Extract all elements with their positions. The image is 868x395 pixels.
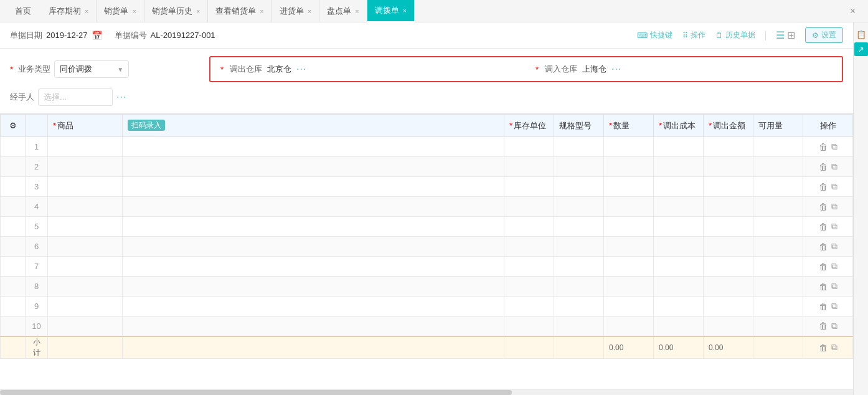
goods-cell[interactable] bbox=[48, 157, 123, 177]
goods-cell[interactable] bbox=[48, 297, 123, 316]
tab-inventory-init[interactable]: 库存期初 × bbox=[41, 0, 97, 22]
tab-sales-order[interactable]: 销货单 × bbox=[97, 0, 144, 22]
tab-close-icon[interactable]: × bbox=[308, 7, 311, 15]
qty-cell[interactable] bbox=[604, 316, 654, 336]
goods-cell[interactable] bbox=[48, 316, 123, 336]
qty-cell[interactable]: 0.00 bbox=[604, 336, 654, 359]
grid-view-icon[interactable]: ⊞ bbox=[787, 29, 795, 41]
col-settings-header[interactable]: ⚙ bbox=[1, 115, 26, 137]
amount-cell[interactable] bbox=[704, 277, 753, 297]
qty-cell[interactable] bbox=[604, 277, 654, 297]
copy-icon[interactable]: ⧉ bbox=[831, 342, 837, 353]
goods-cell[interactable] bbox=[48, 277, 123, 297]
cost-cell[interactable] bbox=[654, 137, 704, 157]
sidebar-export-icon[interactable]: ↗ bbox=[854, 42, 868, 56]
qty-cell[interactable] bbox=[604, 257, 654, 277]
cost-cell[interactable] bbox=[654, 217, 704, 237]
history-button[interactable]: 🗒 历史单据 bbox=[715, 30, 755, 40]
delete-icon[interactable]: 🗑 bbox=[819, 282, 828, 292]
delete-icon[interactable]: 🗑 bbox=[819, 142, 828, 152]
delete-icon[interactable]: 🗑 bbox=[819, 242, 828, 252]
cost-cell[interactable] bbox=[654, 316, 704, 336]
calendar-icon[interactable]: 📅 bbox=[92, 31, 102, 40]
copy-icon[interactable]: ⧉ bbox=[831, 161, 837, 172]
qty-cell[interactable] bbox=[604, 197, 654, 217]
amount-cell[interactable] bbox=[704, 177, 753, 197]
col-scan-header[interactable]: 扫码录入 bbox=[123, 115, 504, 137]
cost-cell[interactable] bbox=[654, 237, 704, 257]
amount-cell[interactable] bbox=[704, 257, 753, 277]
settings-button[interactable]: ⚙ 设置 bbox=[805, 27, 843, 43]
handler-select[interactable]: 选择... bbox=[38, 88, 113, 106]
goods-cell[interactable] bbox=[48, 257, 123, 277]
goods-cell[interactable] bbox=[48, 197, 123, 217]
amount-cell[interactable] bbox=[704, 137, 753, 157]
copy-icon[interactable]: ⧉ bbox=[831, 241, 837, 252]
delete-icon[interactable]: 🗑 bbox=[819, 321, 828, 331]
delete-icon[interactable]: 🗑 bbox=[819, 202, 828, 212]
tab-sales-history[interactable]: 销货单历史 × bbox=[144, 0, 208, 22]
qty-cell[interactable] bbox=[604, 297, 654, 316]
goods-cell[interactable] bbox=[48, 137, 123, 157]
qty-cell[interactable] bbox=[604, 177, 654, 197]
tab-close-icon[interactable]: × bbox=[260, 7, 263, 15]
tab-home[interactable]: 首页 bbox=[5, 0, 41, 22]
goods-cell[interactable] bbox=[48, 177, 123, 197]
amount-cell[interactable] bbox=[704, 237, 753, 257]
copy-icon[interactable]: ⧉ bbox=[831, 261, 837, 272]
amount-cell[interactable] bbox=[704, 217, 753, 237]
copy-icon[interactable]: ⧉ bbox=[831, 201, 837, 212]
copy-icon[interactable]: ⧉ bbox=[831, 181, 837, 192]
qty-cell[interactable] bbox=[604, 237, 654, 257]
amount-cell[interactable]: 0.00 bbox=[704, 336, 753, 359]
shortcut-button[interactable]: ⌨ 快捷键 bbox=[637, 30, 672, 40]
delete-icon[interactable]: 🗑 bbox=[819, 302, 828, 312]
delete-icon[interactable]: 🗑 bbox=[819, 222, 828, 232]
handler-more-icon[interactable]: ··· bbox=[116, 92, 126, 103]
copy-icon[interactable]: ⧉ bbox=[831, 301, 837, 312]
amount-cell[interactable] bbox=[704, 197, 753, 217]
list-view-icon[interactable]: ☰ bbox=[776, 29, 785, 41]
amount-cell[interactable] bbox=[704, 297, 753, 316]
qty-cell[interactable] bbox=[604, 157, 654, 177]
copy-icon[interactable]: ⧉ bbox=[831, 321, 837, 331]
delete-icon[interactable]: 🗑 bbox=[819, 343, 828, 353]
in-warehouse-more-icon[interactable]: ··· bbox=[611, 64, 621, 75]
business-type-select[interactable]: 同价调拨 ▼ bbox=[54, 60, 129, 78]
cost-cell[interactable] bbox=[654, 277, 704, 297]
scan-button[interactable]: 扫码录入 bbox=[128, 120, 165, 131]
tab-close-icon[interactable]: × bbox=[196, 7, 200, 15]
sidebar-notes-icon[interactable]: 📋 bbox=[854, 27, 868, 41]
horizontal-scrollbar[interactable] bbox=[0, 389, 853, 395]
cost-cell[interactable] bbox=[654, 157, 704, 177]
cost-cell[interactable] bbox=[654, 197, 704, 217]
copy-icon[interactable]: ⧉ bbox=[831, 221, 837, 232]
tab-close-icon[interactable]: × bbox=[403, 7, 407, 14]
cost-cell[interactable]: 0.00 bbox=[654, 336, 704, 359]
amount-cell[interactable] bbox=[704, 157, 753, 177]
goods-cell[interactable] bbox=[48, 336, 123, 359]
qty-cell[interactable] bbox=[604, 217, 654, 237]
copy-icon[interactable]: ⧉ bbox=[831, 281, 837, 292]
copy-icon[interactable]: ⧉ bbox=[831, 141, 837, 152]
amount-cell[interactable] bbox=[704, 316, 753, 336]
cost-cell[interactable] bbox=[654, 257, 704, 277]
delete-icon[interactable]: 🗑 bbox=[819, 182, 828, 192]
tab-transfer-order[interactable]: 调拨单 × bbox=[367, 0, 415, 22]
out-warehouse-more-icon[interactable]: ··· bbox=[296, 64, 306, 75]
goods-cell[interactable] bbox=[48, 217, 123, 237]
tab-inventory-check[interactable]: 盘点单 × bbox=[319, 0, 367, 22]
operation-button[interactable]: ⠿ 操作 bbox=[682, 30, 705, 40]
tab-close-icon[interactable]: × bbox=[85, 7, 88, 15]
delete-icon[interactable]: 🗑 bbox=[819, 262, 828, 272]
goods-cell[interactable] bbox=[48, 237, 123, 257]
tab-close-icon[interactable]: × bbox=[355, 7, 359, 15]
scrollbar-thumb[interactable] bbox=[0, 390, 512, 395]
tab-close-icon[interactable]: × bbox=[132, 7, 136, 15]
cost-cell[interactable] bbox=[654, 177, 704, 197]
tab-view-sales[interactable]: 查看销货单 × bbox=[208, 0, 271, 22]
delete-icon[interactable]: 🗑 bbox=[819, 162, 828, 172]
cost-cell[interactable] bbox=[654, 297, 704, 316]
tab-purchase-order[interactable]: 进货单 × bbox=[272, 0, 319, 22]
qty-cell[interactable] bbox=[604, 137, 654, 157]
